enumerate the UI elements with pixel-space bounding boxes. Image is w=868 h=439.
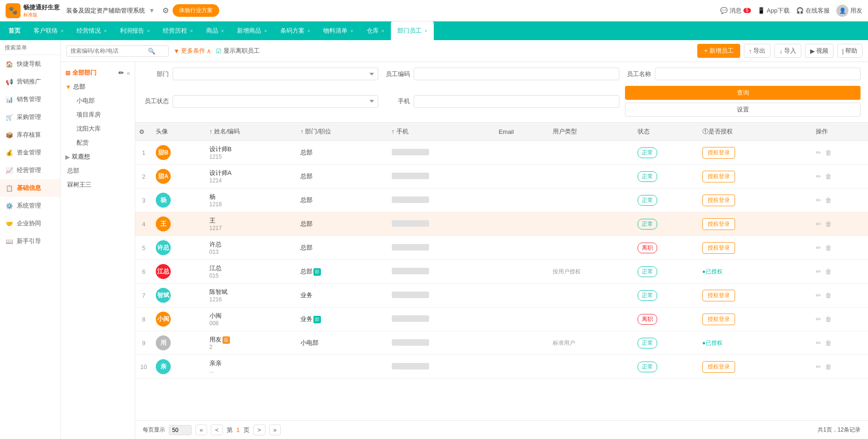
edit-icon[interactable]: ✏ bbox=[816, 339, 821, 347]
online-service-btn[interactable]: 🎧 在线客服 bbox=[796, 7, 830, 15]
dept-select[interactable] bbox=[173, 68, 378, 80]
set-button[interactable]: 设置 bbox=[625, 103, 861, 117]
delete-icon[interactable]: 🗑 bbox=[825, 292, 832, 299]
sidebar-item-quick-nav[interactable]: 🏠 快捷导航 bbox=[0, 55, 60, 73]
col-dept[interactable]: ↑ 部门/职位 bbox=[297, 123, 388, 141]
tab-profit[interactable]: 利润报告 × bbox=[113, 21, 156, 40]
sidebar-item-basic-info[interactable]: 📋 基础信息 bbox=[0, 179, 60, 197]
video-button[interactable]: ▶ 视频 bbox=[805, 44, 833, 58]
sidebar-item-sales[interactable]: 📊 销售管理 bbox=[0, 91, 60, 108]
delete-icon[interactable]: 🗑 bbox=[825, 149, 832, 156]
tab-operations[interactable]: 经营情况 × bbox=[70, 21, 113, 40]
dept-item-zongbu[interactable]: 总部 bbox=[61, 164, 135, 178]
gear-icon[interactable]: ⚙ bbox=[162, 6, 169, 15]
try-industry-button[interactable]: 体验行业方案 bbox=[173, 4, 219, 17]
edit-icon[interactable]: ✏ bbox=[816, 244, 821, 251]
dept-item-xiaodian[interactable]: 小电部 bbox=[73, 94, 135, 108]
help-button[interactable]: | 帮助 bbox=[837, 44, 862, 58]
dept-item-xiangmu[interactable]: 项目库房 bbox=[73, 108, 135, 122]
close-icon[interactable]: × bbox=[147, 28, 150, 34]
delete-icon[interactable]: 🗑 bbox=[825, 339, 832, 347]
edit-icon[interactable]: ✏ bbox=[816, 173, 821, 180]
dept-item-kuiwang[interactable]: 槑树王三 bbox=[61, 178, 135, 192]
tab-bom[interactable]: 物料清单 × bbox=[317, 21, 360, 40]
auth-login-button[interactable]: 授权登录 bbox=[702, 314, 735, 325]
tab-goods[interactable]: 商品 × bbox=[200, 21, 230, 40]
sidebar-item-inventory[interactable]: 📦 库存核算 bbox=[0, 126, 60, 144]
delete-icon[interactable]: 🗑 bbox=[825, 268, 832, 275]
user-menu-btn[interactable]: 👤 用友 bbox=[836, 5, 862, 17]
last-page-btn[interactable]: » bbox=[269, 425, 281, 435]
tab-history[interactable]: 经营历程 × bbox=[156, 21, 199, 40]
sidebar-item-system[interactable]: ⚙️ 系统管理 bbox=[0, 197, 60, 215]
sidebar-item-marketing[interactable]: 📢 营销推广 bbox=[0, 73, 60, 91]
sidebar-item-finance[interactable]: 💰 资金管理 bbox=[0, 144, 60, 161]
sidebar-search-input[interactable] bbox=[5, 44, 61, 51]
more-conditions-btn[interactable]: ▼ 更多条件 ∧ bbox=[174, 47, 211, 55]
close-icon[interactable]: × bbox=[221, 28, 224, 34]
prev-page-btn[interactable]: < bbox=[211, 425, 223, 435]
close-icon[interactable]: × bbox=[190, 28, 193, 34]
per-page-select[interactable]: 50 100 bbox=[169, 425, 192, 435]
show-resigned-toggle[interactable]: ☑ 显示离职员工 bbox=[216, 47, 260, 55]
sidebar-item-guide[interactable]: 📖 新手引导 bbox=[0, 232, 60, 250]
collapse-tree-icon[interactable]: « bbox=[127, 70, 130, 77]
dept-item-shenyang[interactable]: 沈阳大库 bbox=[73, 122, 135, 136]
col-settings[interactable]: ⚙ bbox=[135, 123, 152, 141]
message-btn[interactable]: 💬 消息 5 bbox=[720, 7, 751, 15]
sidebar-item-ops[interactable]: 📈 经营管理 bbox=[0, 161, 60, 179]
auth-login-button[interactable]: 授权登录 bbox=[702, 361, 735, 373]
status-select[interactable] bbox=[173, 95, 378, 108]
dropdown-arrow-icon[interactable]: ▼ bbox=[149, 7, 155, 14]
name-input[interactable] bbox=[655, 68, 861, 80]
tab-customer[interactable]: 客户联络 × bbox=[27, 21, 70, 40]
delete-icon[interactable]: 🗑 bbox=[825, 315, 832, 323]
query-button[interactable]: 查询 bbox=[625, 86, 861, 100]
add-employee-button[interactable]: + 新增员工 bbox=[697, 44, 740, 58]
sidebar-item-purchase[interactable]: 🛒 采购管理 bbox=[0, 108, 60, 126]
phone-input[interactable] bbox=[414, 95, 619, 108]
edit-icon[interactable]: ✏ bbox=[816, 292, 821, 299]
delete-icon[interactable]: 🗑 bbox=[825, 196, 832, 204]
close-icon[interactable]: × bbox=[382, 28, 384, 34]
first-page-btn[interactable]: « bbox=[195, 425, 207, 435]
search-input[interactable] bbox=[70, 48, 145, 54]
col-name[interactable]: ↑ 姓名/编码 bbox=[206, 123, 297, 141]
dept-item-peihuo[interactable]: 配货 bbox=[73, 136, 135, 150]
import-button[interactable]: ↓ 导入 bbox=[774, 44, 801, 58]
close-icon[interactable]: × bbox=[424, 28, 427, 34]
close-icon[interactable]: × bbox=[264, 28, 267, 34]
edit-icon[interactable]: ✏ bbox=[816, 268, 821, 275]
close-icon[interactable]: × bbox=[307, 28, 310, 34]
dept-group-zongbu[interactable]: ▼ 总部 bbox=[61, 80, 135, 94]
close-icon[interactable]: × bbox=[104, 28, 106, 34]
edit-icon[interactable]: ✏ bbox=[816, 363, 821, 370]
app-download-btn[interactable]: 📱 App下载 bbox=[757, 7, 790, 15]
edit-icon[interactable]: ✏ bbox=[816, 315, 821, 323]
delete-icon[interactable]: 🗑 bbox=[825, 220, 832, 228]
next-page-btn[interactable]: > bbox=[253, 425, 265, 435]
auth-login-button[interactable]: 授权登录 bbox=[702, 195, 735, 206]
auth-login-button[interactable]: 授权登录 bbox=[702, 242, 735, 254]
all-dept-label[interactable]: ⊞ 全部部门 bbox=[65, 69, 97, 77]
col-phone[interactable]: ↑ 手机 bbox=[388, 123, 495, 141]
tab-home[interactable]: 首页 bbox=[2, 21, 27, 40]
tab-dept-employee[interactable]: 部门员工 × bbox=[391, 21, 434, 40]
code-input[interactable] bbox=[414, 68, 619, 80]
sidebar-item-cooperation[interactable]: 🤝 企业协同 bbox=[0, 215, 60, 232]
tab-warehouse[interactable]: 仓库 × bbox=[360, 21, 391, 40]
close-icon[interactable]: × bbox=[61, 28, 63, 34]
dept-group-shuanglu[interactable]: ▶ 双鹿想 bbox=[61, 150, 135, 164]
edit-icon[interactable]: ✏ bbox=[816, 220, 821, 228]
tab-new-goods[interactable]: 新增商品 × bbox=[230, 21, 273, 40]
export-button[interactable]: ↑ 导出 bbox=[744, 44, 771, 58]
delete-icon[interactable]: 🗑 bbox=[825, 363, 832, 370]
edit-dept-icon[interactable]: ✏ bbox=[118, 69, 124, 77]
close-icon[interactable]: × bbox=[350, 28, 353, 34]
auth-login-button[interactable]: 授权登录 bbox=[702, 290, 735, 301]
tab-barcode[interactable]: 条码方案 × bbox=[274, 21, 317, 40]
edit-icon[interactable]: ✏ bbox=[816, 149, 821, 156]
auth-login-button[interactable]: 授权登录 bbox=[702, 171, 735, 182]
delete-icon[interactable]: 🗑 bbox=[825, 244, 832, 251]
auth-login-button[interactable]: 授权登录 bbox=[702, 218, 735, 230]
